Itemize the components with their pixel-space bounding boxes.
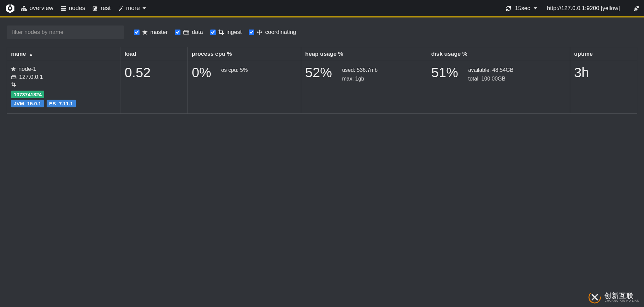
watermark: 创新互联 CHUANG XIN HU LIAN — [588, 291, 639, 304]
refresh-interval-selector[interactable]: 15sec — [505, 5, 537, 12]
edit-icon — [93, 6, 98, 11]
svg-rect-4 — [23, 6, 25, 7]
node-name: node-1 — [18, 66, 36, 72]
refresh-icon — [505, 5, 512, 11]
nav-overview[interactable]: overview — [21, 5, 53, 12]
nav-rest[interactable]: rest — [93, 5, 111, 12]
nav-nodes-label: nodes — [69, 5, 85, 12]
role-filter-coordinating[interactable]: coordinating — [249, 29, 296, 36]
uptime-value: 3h — [574, 66, 633, 79]
filter-bar: master data ingest coordinating — [0, 17, 644, 47]
os-cpu-label: os cpu: 5% — [221, 66, 248, 74]
heap-max-label: max: 1gb — [342, 74, 378, 83]
cell-heap: 52% used: 536.7mb max: 1gb — [301, 61, 427, 114]
svg-rect-10 — [21, 8, 22, 9]
svg-rect-6 — [23, 9, 25, 11]
disk-available-label: available: 48.54GB — [468, 66, 514, 74]
svg-point-18 — [122, 9, 123, 9]
role-filter-master[interactable]: master — [134, 29, 168, 36]
role-filter-master-label: master — [150, 29, 168, 36]
svg-rect-3 — [9, 4, 10, 6]
star-icon — [142, 30, 148, 35]
nav-more[interactable]: more — [118, 5, 146, 12]
svg-point-16 — [122, 6, 123, 7]
top-navbar: overview nodes rest more 15sec http://12… — [0, 0, 644, 17]
cell-disk: 51% available: 48.54GB total: 100.00GB — [427, 61, 570, 114]
column-header-name-label: name — [11, 51, 26, 57]
caret-down-icon — [143, 7, 146, 9]
watermark-text-en: CHUANG XIN HU LIAN — [604, 299, 639, 302]
nav-nodes[interactable]: nodes — [61, 5, 85, 12]
hdd-icon — [11, 75, 16, 79]
es-version-badge: ES: 7.11.1 — [47, 100, 76, 107]
svg-point-17 — [120, 6, 120, 7]
node-ip: 127.0.0.1 — [19, 74, 43, 81]
role-filter-master-checkbox[interactable] — [134, 30, 140, 35]
role-filter-ingest[interactable]: ingest — [210, 29, 241, 36]
nav-overview-label: overview — [30, 5, 53, 12]
filter-nodes-input[interactable] — [7, 25, 124, 39]
nav-more-label: more — [126, 5, 140, 12]
connect-button[interactable] — [633, 5, 639, 11]
cell-node-name: node-1 127.0.0.1 1073741824 JVM: 15.0.1 … — [7, 61, 120, 114]
crop-icon — [11, 82, 16, 87]
sitemap-icon — [21, 6, 27, 11]
caret-down-icon — [534, 7, 537, 9]
watermark-logo-icon — [588, 291, 601, 304]
plug-icon — [633, 5, 639, 11]
column-header-cpu[interactable]: process cpu % — [187, 47, 301, 61]
nodes-table: name ▲ load process cpu % heap usage % d… — [7, 47, 637, 114]
sort-asc-icon: ▲ — [29, 52, 33, 57]
role-filter-ingest-label: ingest — [226, 29, 241, 36]
cell-load: 0.52 — [120, 61, 187, 114]
svg-point-22 — [15, 78, 15, 78]
svg-rect-5 — [21, 9, 22, 11]
heap-bytes-badge: 1073741824 — [11, 91, 44, 98]
svg-rect-14 — [61, 9, 66, 11]
svg-point-2 — [9, 7, 11, 9]
heap-percent-value: 52% — [305, 66, 332, 79]
jvm-version-badge: JVM: 15.0.1 — [11, 100, 44, 107]
disk-percent-value: 51% — [431, 66, 458, 79]
app-logo[interactable] — [5, 3, 15, 14]
crop-icon — [218, 30, 224, 35]
column-header-name[interactable]: name ▲ — [7, 47, 120, 61]
table-row: node-1 127.0.0.1 1073741824 JVM: 15.0.1 … — [7, 61, 637, 114]
cluster-host-label: http://127.0.0.1:9200 [yellow] — [547, 5, 620, 12]
svg-rect-7 — [25, 9, 27, 11]
move-icon — [257, 30, 262, 35]
disk-total-label: total: 100.00GB — [468, 74, 514, 83]
svg-rect-12 — [61, 6, 66, 7]
role-filter-coordinating-label: coordinating — [265, 29, 296, 36]
hdd-icon — [183, 30, 189, 35]
refresh-interval-label: 15sec — [515, 5, 530, 12]
cell-uptime: 3h — [570, 61, 637, 114]
heap-used-label: used: 536.7mb — [342, 66, 378, 74]
column-header-heap[interactable]: heap usage % — [301, 47, 427, 61]
svg-rect-11 — [26, 8, 26, 9]
role-filter-data-label: data — [192, 29, 203, 36]
cell-cpu: 0% os cpu: 5% — [187, 61, 301, 114]
svg-rect-9 — [21, 8, 26, 9]
nav-rest-label: rest — [101, 5, 111, 12]
column-header-load[interactable]: load — [120, 47, 187, 61]
column-header-uptime[interactable]: uptime — [570, 47, 637, 61]
svg-point-20 — [187, 33, 188, 33]
star-icon — [11, 67, 16, 71]
svg-rect-13 — [61, 8, 66, 9]
watermark-text-cn: 创新互联 — [604, 292, 639, 299]
magic-icon — [118, 6, 123, 11]
load-value: 0.52 — [124, 66, 183, 79]
database-icon — [61, 6, 66, 11]
role-filter-data-checkbox[interactable] — [175, 30, 180, 35]
column-header-disk[interactable]: disk usage % — [427, 47, 570, 61]
role-filter-data[interactable]: data — [175, 29, 203, 36]
role-filter-ingest-checkbox[interactable] — [210, 30, 216, 35]
process-cpu-value: 0% — [192, 66, 211, 79]
role-filter-coordinating-checkbox[interactable] — [249, 30, 254, 35]
